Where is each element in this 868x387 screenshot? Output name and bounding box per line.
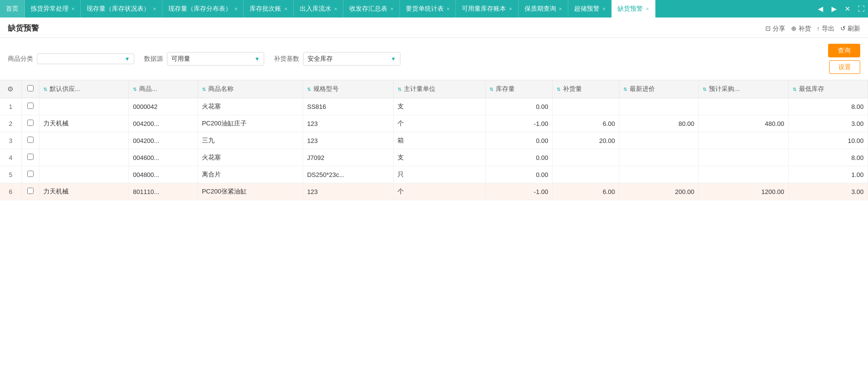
row-goods-code: 801110... — [129, 183, 198, 200]
tab-inventory-status[interactable]: 现存量（库存状况表） × — [81, 0, 162, 18]
tab-batch-account[interactable]: 库存批次账 × — [244, 0, 293, 18]
row-goods-code: 004600... — [129, 149, 198, 166]
row-stock: -1.00 — [486, 183, 552, 200]
sort-icon-spec: ⇅ — [307, 87, 311, 92]
row-goods-name: 火花塞 — [198, 98, 303, 115]
row-goods-code: 004800... — [129, 166, 198, 183]
replenish-button[interactable]: ⊕ 补货 — [791, 24, 811, 33]
row-checkbox[interactable] — [27, 188, 34, 194]
settings-button[interactable]: 设置 — [829, 60, 860, 74]
row-goods-code: 004200... — [129, 115, 198, 132]
tab-close-defective[interactable]: × — [72, 6, 74, 12]
row-unit: 支 — [394, 149, 486, 166]
tab-expiry-query[interactable]: 保质期查询 × — [519, 0, 568, 18]
row-checkbox-cell — [21, 98, 39, 115]
tab-close-inventory-status[interactable]: × — [153, 6, 156, 12]
row-checkbox-cell — [21, 132, 39, 149]
row-checkbox[interactable] — [27, 103, 34, 109]
row-goods-name: PC200油缸庄子 — [198, 115, 303, 132]
export-button[interactable]: ↑ 导出 — [817, 24, 835, 33]
row-replenish-qty — [552, 166, 619, 183]
row-latest-price — [619, 132, 698, 149]
shortage-table: ⚙ ⇅ 默认供应... ⇅ 商品... — [0, 80, 868, 200]
row-checkbox-cell — [21, 183, 39, 200]
row-num: 4 — [0, 149, 21, 166]
category-select[interactable]: ▼ — [37, 53, 134, 64]
table-row: 4 004600... 火花塞 J7092 支 0.00 8.00 — [0, 149, 868, 166]
tab-home[interactable]: 首页 — [0, 0, 25, 18]
row-spec: DS250*23c... — [303, 166, 394, 183]
tab-prev-btn[interactable]: ◀ — [814, 0, 827, 18]
tab-bar: 首页 拣货异常处理 × 现存量（库存状况表） × 现存量（库存分布表） × 库存… — [0, 0, 868, 18]
row-checkbox[interactable] — [27, 154, 34, 160]
tab-defective[interactable]: 拣货异常处理 × — [25, 0, 81, 18]
tab-close-batch-account[interactable]: × — [284, 6, 287, 12]
tab-close-overstock[interactable]: × — [602, 6, 605, 12]
th-unit[interactable]: ⇅ 主计量单位 — [394, 80, 486, 98]
replenish-base-select[interactable]: 安全库存 ▼ — [303, 52, 400, 66]
row-supplier: 力天机械 — [39, 183, 129, 200]
row-goods-code: 004200... — [129, 132, 198, 149]
row-checkbox-cell — [21, 115, 39, 132]
tab-close-order-stats[interactable]: × — [447, 6, 450, 12]
tab-overstock[interactable]: 超储预警 × — [568, 0, 612, 18]
row-spec: 123 — [303, 115, 394, 132]
table-row: 6 力天机械 801110... PC200张紧油缸 123 个 -1.00 6… — [0, 183, 868, 200]
th-replenish-qty[interactable]: ⇅ 补货量 — [552, 80, 619, 98]
row-unit: 只 — [394, 166, 486, 183]
table-row: 2 力天机械 004200... PC200油缸庄子 123 个 -1.00 6… — [0, 115, 868, 132]
th-spec[interactable]: ⇅ 规格型号 — [303, 80, 394, 98]
tab-close-receive-summary[interactable]: × — [390, 6, 393, 12]
datasource-select[interactable]: 可用量 ▼ — [167, 52, 264, 66]
row-num: 6 — [0, 183, 21, 200]
tab-shortage[interactable]: 缺货预警 × — [612, 0, 655, 18]
tab-close-shortage[interactable]: × — [646, 6, 649, 12]
datasource-dropdown-icon: ▼ — [254, 56, 260, 62]
tab-inout-flow[interactable]: 出入库流水 × — [294, 0, 344, 18]
row-checkbox[interactable] — [27, 171, 34, 177]
tab-order-stats[interactable]: 要货单统计表 × — [400, 0, 456, 18]
tab-close-inout-flow[interactable]: × — [334, 6, 337, 12]
th-est-purchase[interactable]: ⇅ 预计采购... — [699, 80, 789, 98]
row-num: 5 — [0, 166, 21, 183]
tab-inventory-dist[interactable]: 现存量（库存分布表） × — [163, 0, 244, 18]
sort-icon-unit: ⇅ — [398, 87, 401, 92]
row-unit: 箱 — [394, 132, 486, 149]
tab-close-btn[interactable]: ✕ — [841, 0, 854, 18]
tab-close-available-ledger[interactable]: × — [509, 6, 512, 12]
sort-icon-replenish-qty: ⇅ — [557, 87, 561, 92]
tab-next-btn[interactable]: ▶ — [827, 0, 841, 18]
table-row: 1 0000042 火花塞 SS816 支 0.00 8.00 — [0, 98, 868, 115]
main-content: 缺货预警 ⊡ 分享 ⊕ 补货 ↑ 导出 ↺ 刷新 商品分类 — [0, 18, 868, 387]
th-latest-price[interactable]: ⇅ 最新进价 — [619, 80, 698, 98]
th-min-stock[interactable]: ⇅ 最低库存 — [788, 80, 868, 98]
share-button[interactable]: ⊡ 分享 — [765, 24, 785, 33]
query-button[interactable]: 查询 — [828, 44, 860, 57]
row-checkbox[interactable] — [27, 120, 34, 126]
row-min-stock: 8.00 — [788, 98, 868, 115]
row-est-purchase — [699, 166, 789, 183]
row-goods-name: 离合片 — [198, 166, 303, 183]
tab-receive-summary[interactable]: 收发存汇总表 × — [344, 0, 399, 18]
th-supplier[interactable]: ⇅ 默认供应... — [39, 80, 129, 98]
row-est-purchase: 1200.00 — [699, 183, 789, 200]
th-gear[interactable]: ⚙ — [0, 80, 21, 98]
row-checkbox[interactable] — [27, 137, 34, 143]
th-stock[interactable]: ⇅ 库存量 — [486, 80, 552, 98]
row-stock: 0.00 — [486, 149, 552, 166]
tab-available-ledger[interactable]: 可用量库存账本 × — [456, 0, 518, 18]
filter-actions: 查询 设置 — [828, 44, 860, 74]
refresh-button[interactable]: ↺ 刷新 — [840, 24, 860, 33]
row-num: 3 — [0, 132, 21, 149]
replenish-base-label: 补货基数 — [274, 54, 299, 63]
th-goods-code[interactable]: ⇅ 商品... — [129, 80, 198, 98]
datasource-filter-group: 数据源 可用量 ▼ — [144, 52, 264, 66]
sort-icon-stock: ⇅ — [489, 87, 493, 92]
tab-close-expiry-query[interactable]: × — [559, 6, 562, 12]
row-stock: -1.00 — [486, 115, 552, 132]
row-unit: 支 — [394, 98, 486, 115]
select-all-checkbox[interactable] — [27, 85, 34, 91]
th-goods-name[interactable]: ⇅ 商品名称 — [198, 80, 303, 98]
tab-close-inventory-dist[interactable]: × — [235, 6, 237, 12]
tab-fullscreen-btn[interactable]: ⛶ — [854, 0, 868, 18]
